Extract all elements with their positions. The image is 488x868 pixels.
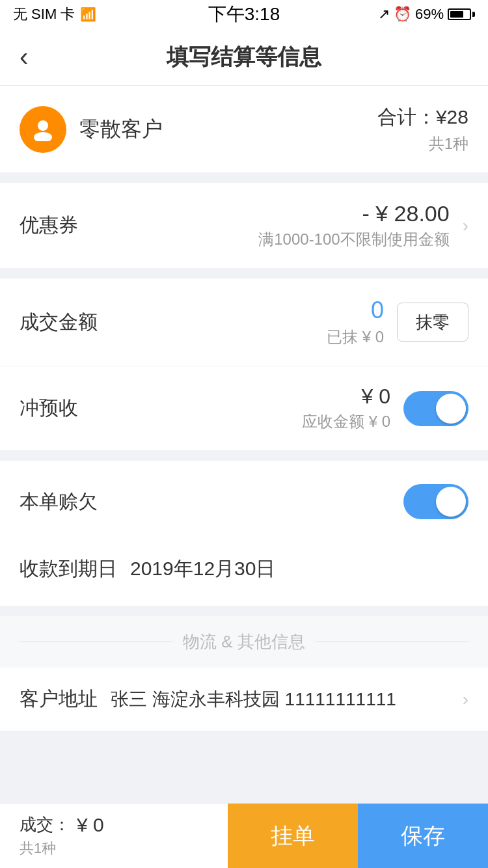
transaction-amount-sub: 已抹 ¥ 0 (327, 327, 384, 347)
page-title: 填写结算等信息 (167, 42, 321, 72)
bottom-bar: 成交： ¥ 0 共1种 挂单 保存 (0, 803, 488, 868)
address-arrow-icon: › (463, 689, 468, 710)
status-time: 下午3:18 (208, 2, 280, 27)
coupon-arrow-icon: › (463, 215, 468, 236)
amount-section: 成交金额 0 已抹 ¥ 0 抹零 冲预收 ¥ 0 应收金额 ¥ 0 (0, 278, 488, 450)
debt-section: 本单赊欠 收款到期日 2019年12月30日 (0, 461, 488, 606)
address-label: 客户地址 (20, 686, 98, 712)
svg-point-1 (34, 132, 52, 141)
pre-receive-main: ¥ 0 (302, 385, 390, 409)
status-right: ↗ ⏰ 69% (378, 6, 475, 23)
pre-receive-toggle[interactable] (403, 391, 468, 426)
customer-name: 零散客户 (79, 115, 163, 144)
battery-indicator (448, 8, 475, 20)
pre-receive-label: 冲预收 (20, 395, 78, 422)
bottom-summary-label: 成交： (20, 813, 70, 836)
coupon-label: 优惠券 (20, 212, 78, 239)
transaction-amount-label: 成交金额 (20, 309, 98, 336)
bottom-summary-value: ¥ 0 (77, 814, 104, 836)
save-button[interactable]: 保存 (358, 804, 488, 869)
transaction-amount-values: 0 已抹 ¥ 0 (327, 297, 384, 347)
customer-avatar (20, 106, 66, 153)
pending-button[interactable]: 挂单 (228, 804, 358, 869)
carrier-text: 无 SIM 卡 (13, 5, 75, 24)
coupon-desc: 满1000-100不限制使用金额 (258, 229, 449, 250)
debt-row: 本单赊欠 (0, 461, 488, 543)
due-date-row: 收款到期日 2019年12月30日 (0, 543, 488, 606)
customer-right: 合计：¥28 共1种 (377, 104, 468, 154)
svg-point-0 (38, 120, 48, 131)
debt-toggle-circle (436, 487, 466, 517)
back-button[interactable]: ‹ (20, 42, 28, 72)
pre-receive-row: 冲预收 ¥ 0 应收金额 ¥ 0 (0, 366, 488, 450)
toggle-circle (436, 394, 466, 424)
pre-receive-sub: 应收金额 ¥ 0 (302, 411, 390, 432)
transaction-amount-right: 0 已抹 ¥ 0 抹零 (327, 297, 468, 347)
location-icon: ↗ (378, 6, 390, 23)
divider-left (20, 642, 172, 642)
transaction-amount-value: 0 (327, 297, 384, 324)
coupon-values: - ¥ 28.00 满1000-100不限制使用金额 (258, 201, 449, 250)
status-left: 无 SIM 卡 📶 (13, 5, 96, 24)
coupon-amount: - ¥ 28.00 (258, 201, 449, 226)
round-button[interactable]: 抹零 (397, 303, 468, 342)
pre-receive-right: ¥ 0 应收金额 ¥ 0 (302, 385, 468, 432)
debt-label: 本单赊欠 (20, 489, 98, 515)
battery-text: 69% (415, 6, 444, 23)
logistics-header: 物流 & 其他信息 (0, 616, 488, 668)
customer-count: 共1种 (377, 133, 468, 154)
customer-info: 零散客户 (20, 106, 163, 153)
customer-total: 合计：¥28 (377, 104, 468, 131)
coupon-right: - ¥ 28.00 满1000-100不限制使用金额 › (258, 201, 468, 250)
coupon-row[interactable]: 优惠券 - ¥ 28.00 满1000-100不限制使用金额 › (0, 183, 488, 268)
pre-receive-values: ¥ 0 应收金额 ¥ 0 (302, 385, 390, 432)
bottom-summary: 成交： ¥ 0 共1种 (0, 813, 228, 858)
address-row[interactable]: 客户地址 张三 海淀永丰科技园 11111111111 › (0, 668, 488, 731)
alarm-icon: ⏰ (394, 6, 411, 23)
bottom-summary-count: 共1种 (20, 839, 208, 858)
bottom-summary-top: 成交： ¥ 0 (20, 813, 208, 836)
divider-right (316, 642, 468, 642)
debt-toggle[interactable] (403, 484, 468, 519)
wifi-icon: 📶 (80, 7, 96, 22)
transaction-amount-row: 成交金额 0 已抹 ¥ 0 抹零 (0, 278, 488, 366)
nav-bar: ‹ 填写结算等信息 (0, 29, 488, 86)
customer-section: 零散客户 合计：¥28 共1种 (0, 86, 488, 172)
due-date-label: 收款到期日 (20, 556, 117, 582)
logistics-label: 物流 & 其他信息 (183, 631, 305, 653)
address-value: 张三 海淀永丰科技园 11111111111 (111, 687, 456, 712)
status-bar: 无 SIM 卡 📶 下午3:18 ↗ ⏰ 69% (0, 0, 488, 29)
due-date-value: 2019年12月30日 (130, 556, 275, 582)
content: 零散客户 合计：¥28 共1种 优惠券 - ¥ 28.00 满1000-100不… (0, 86, 488, 819)
